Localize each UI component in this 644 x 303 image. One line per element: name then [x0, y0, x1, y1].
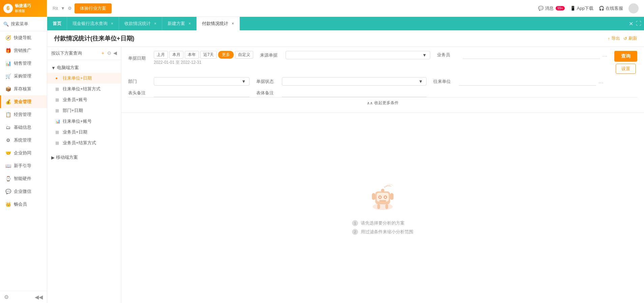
- tree-item-unit-account[interactable]: 📊 往来单位+账号: [47, 116, 121, 127]
- tab-payment-stats[interactable]: 付款情况统计 ×: [197, 17, 240, 30]
- online-service-button[interactable]: 🎧 在线客服: [599, 5, 623, 11]
- date-btn-this-year[interactable]: 本年: [185, 51, 199, 59]
- tab-new-scheme[interactable]: 新建方案 ×: [162, 17, 197, 30]
- sidebar-item-label: 系统管理: [14, 137, 31, 143]
- svg-rect-11: [377, 204, 380, 209]
- app-icon: 📱: [570, 6, 576, 11]
- setting-button[interactable]: 设置: [616, 64, 636, 74]
- tabbar-actions: ✕ ⛶: [626, 17, 644, 30]
- empty-tip-2: 2 用过滤条件来缩小分析范围: [352, 229, 413, 235]
- doc-status-select[interactable]: ▼: [282, 77, 427, 86]
- tree-item-label: 往来单位+日期: [63, 75, 92, 81]
- tab-bank-flow-close[interactable]: ×: [111, 21, 113, 26]
- sidebar-item-quick-nav[interactable]: 🧭 快捷导航: [0, 31, 47, 44]
- tab-payment-stats-close[interactable]: ×: [232, 21, 234, 26]
- tree-item-staff-date[interactable]: ▦ 业务员+日期: [47, 127, 121, 138]
- search-menu-button[interactable]: 🔍 搜索菜单: [3, 20, 43, 28]
- tab-bank-flow[interactable]: 现金银行流水查询 ×: [67, 17, 119, 30]
- collapse-up-icon: ∧∧: [367, 101, 373, 105]
- mobile-section-toggle[interactable]: ▶ 移动端方案: [47, 152, 121, 162]
- logo-text: 畅捷通巧: [15, 3, 31, 9]
- tip-text-1: 请先选择要分析的方案: [361, 220, 405, 226]
- pc-section-toggle[interactable]: ▼ 电脑端方案: [47, 63, 121, 73]
- sidebar-item-label: 经营管理: [14, 112, 31, 118]
- sidebar-item-label: 营销推广: [14, 48, 31, 54]
- topbar-settings-icon[interactable]: ⚙: [68, 6, 72, 11]
- basic-icon: 🗂: [5, 124, 11, 130]
- sidebar-item-wechat[interactable]: 💬 企业微信: [0, 185, 47, 198]
- svg-rect-10: [390, 193, 393, 200]
- settings-gear-icon[interactable]: ⚙: [4, 294, 9, 300]
- sidebar-bottom: ⚙ ◀◀: [0, 291, 47, 303]
- date-btn-custom[interactable]: 自定义: [235, 51, 253, 59]
- sidebar-item-sales[interactable]: 📊 销售管理: [0, 57, 47, 70]
- collapse-panel-icon[interactable]: ◀: [113, 50, 117, 56]
- tree-item-label: 业务员+账号: [63, 97, 87, 103]
- staff-more-icon[interactable]: …: [602, 52, 608, 58]
- tab-expand-icon[interactable]: ⛶: [636, 21, 641, 27]
- user-avatar[interactable]: [628, 3, 639, 13]
- main-area: Rit ▼ ⚙ 体验行业方案 💬 消息 99+ 📱 App下载 🎧 在线客服: [47, 0, 644, 303]
- partner-more-icon[interactable]: …: [598, 79, 604, 85]
- sidebar-item-purchase[interactable]: 🛒 采购管理: [0, 70, 47, 83]
- partner-input[interactable]: [459, 78, 596, 86]
- tab-home[interactable]: 首页: [47, 17, 67, 30]
- sidebar-item-operation[interactable]: 📋 经营管理: [0, 108, 47, 121]
- sidebar-item-label: 企业微信: [14, 188, 31, 194]
- tip-text-2: 用过滤条件来缩小分析范围: [361, 229, 413, 235]
- tab-close-all-icon[interactable]: ✕: [629, 21, 633, 27]
- export-icon: ↑: [608, 36, 610, 41]
- svg-point-5: [379, 196, 381, 198]
- svg-rect-8: [381, 189, 384, 192]
- message-button[interactable]: 💬 消息 99+: [538, 5, 565, 11]
- tab-receipt-stats-close[interactable]: ×: [154, 21, 156, 26]
- sidebar-item-guide[interactable]: 📖 新手引导: [0, 159, 47, 172]
- sidebar-item-label: 资金管理: [14, 99, 31, 105]
- sidebar-item-system[interactable]: ⚙ 系统管理: [0, 134, 47, 147]
- app-logo: 6 畅捷通巧 标准版: [0, 0, 47, 17]
- collapse-filter-button[interactable]: ∧∧ 收起更多条件: [128, 97, 637, 109]
- body-note-input[interactable]: [282, 89, 427, 97]
- settings-scheme-icon[interactable]: ⊙: [107, 50, 111, 56]
- date-btn-last-month[interactable]: 上月: [154, 51, 168, 59]
- tree-item-unit-settle[interactable]: ▦ 往来单位+结算方式: [47, 84, 121, 94]
- collapse-sidebar-icon[interactable]: ◀◀: [35, 294, 43, 300]
- doc-status-label: 单据状态: [256, 79, 280, 85]
- tab-receipt-stats[interactable]: 收款情况统计 ×: [119, 17, 162, 30]
- sidebar-item-label: 智能硬件: [14, 176, 31, 182]
- add-scheme-icon[interactable]: ＋: [100, 50, 105, 56]
- date-btn-this-month[interactable]: 本月: [169, 51, 183, 59]
- header-note-input[interactable]: [154, 89, 250, 97]
- dept-select[interactable]: ▼: [154, 77, 250, 86]
- sidebar-item-finance[interactable]: 💰 资金管理: [0, 95, 47, 108]
- date-btn-more[interactable]: 更多: [218, 51, 234, 59]
- search-icon: 🔍: [3, 22, 9, 27]
- sidebar-item-vip[interactable]: 👑 畅会员: [0, 198, 47, 211]
- tab-new-scheme-close[interactable]: ×: [188, 21, 191, 26]
- sidebar-item-hardware[interactable]: ⌚ 智能硬件: [0, 172, 47, 185]
- export-button[interactable]: ↑ 导出: [608, 35, 620, 41]
- mobile-section-label: 移动端方案: [56, 154, 78, 160]
- refresh-label: 刷新: [628, 35, 637, 41]
- refresh-button[interactable]: ↺ 刷新: [623, 35, 637, 41]
- app-download-button[interactable]: 📱 App下载: [570, 5, 593, 11]
- service-icon: 🎧: [599, 6, 604, 11]
- sidebar-item-marketing[interactable]: 🎁 营销推广: [0, 44, 47, 57]
- sidebar-item-inventory[interactable]: 📦 库存核算: [0, 83, 47, 95]
- tree-item-staff-settle[interactable]: ▦ 业务员+结算方式: [47, 138, 121, 148]
- staff-label: 业务员: [437, 52, 461, 58]
- query-button[interactable]: 查询: [614, 51, 637, 62]
- sidebar-item-cooperation[interactable]: 🤝 企业协同: [0, 147, 47, 159]
- unit-settle-icon: ▦: [55, 87, 61, 91]
- sidebar-item-basic[interactable]: 🗂 基础信息: [0, 121, 47, 134]
- topbar-left: Rit ▼ ⚙ 体验行业方案: [53, 3, 535, 13]
- date-btn-7days[interactable]: 近7天: [200, 51, 217, 59]
- logo-icon: 6: [3, 4, 13, 13]
- staff-input[interactable]: [463, 51, 600, 59]
- tree-item-unit-date[interactable]: ● 往来单位+日期: [47, 73, 121, 84]
- trial-button[interactable]: 体验行业方案: [75, 3, 112, 13]
- tree-item-dept-date[interactable]: ▦ 部门+日期: [47, 105, 121, 116]
- topbar-right: 💬 消息 99+ 📱 App下载 🎧 在线客服: [538, 3, 639, 13]
- tree-item-staff-account[interactable]: ▦ 业务员+账号: [47, 94, 121, 105]
- source-doc-select[interactable]: ▼: [286, 51, 431, 59]
